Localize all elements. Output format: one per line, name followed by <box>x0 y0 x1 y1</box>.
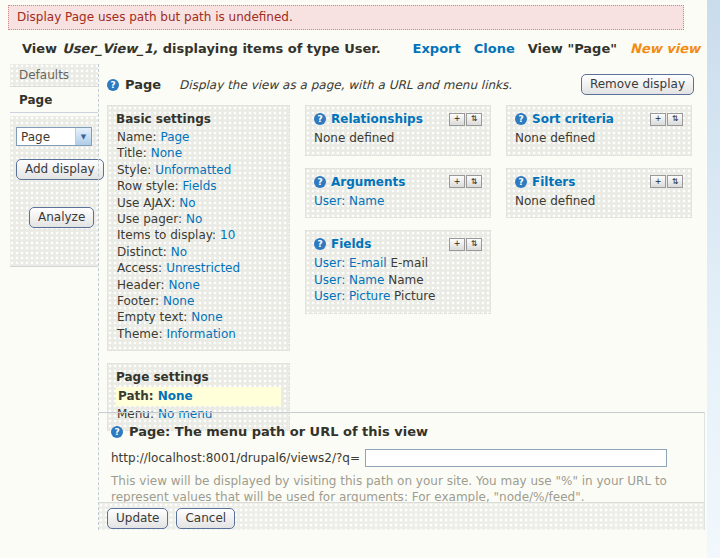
setting-label: Use AJAX: <box>117 196 175 210</box>
chevron-down-icon: ▼ <box>75 128 91 145</box>
setting-value-link[interactable]: None <box>158 389 193 403</box>
update-button[interactable]: Update <box>107 508 168 529</box>
sort-criteria-empty: None defined <box>515 130 683 147</box>
filters-header: ? Filters + ⇅ <box>515 175 683 189</box>
setting-value-link[interactable]: None <box>163 294 194 308</box>
relationships-title-link[interactable]: Relationships <box>331 112 423 126</box>
path-url-row: http://localhost:8001/drupal6/views2/?q= <box>111 449 692 467</box>
setting-row: Theme:Information <box>116 326 281 342</box>
filters-title-link[interactable]: Filters <box>532 175 575 189</box>
setting-value-link[interactable]: Information <box>166 327 235 341</box>
view-page-link[interactable]: View "Page" <box>528 41 617 56</box>
fields-list: User: E-mail E-mail User: Name Name User… <box>314 255 482 305</box>
setting-row: Row style:Fields <box>116 178 281 194</box>
page-edge-gradient <box>707 0 720 558</box>
add-icon-button[interactable]: + <box>650 113 666 126</box>
fields-box: ? Fields + ⇅ User: E-mail E-mail User: N… <box>305 230 491 314</box>
arguments-title-link[interactable]: Arguments <box>331 175 405 189</box>
remove-display-button[interactable]: Remove display <box>581 74 694 95</box>
setting-value-link[interactable]: Page <box>160 130 189 144</box>
setting-value-link[interactable]: None <box>191 310 222 324</box>
sort-criteria-header: ? Sort criteria + ⇅ <box>515 112 683 126</box>
setting-label: Footer: <box>117 294 159 308</box>
form-buttons-bar: Update Cancel <box>99 502 704 530</box>
page-settings-title: Page settings <box>116 370 281 384</box>
help-icon[interactable]: ? <box>515 176 527 188</box>
setting-row: Title:None <box>116 145 281 161</box>
rearrange-icon-button[interactable]: ⇅ <box>466 238 482 251</box>
field-link[interactable]: User: Picture <box>314 289 390 303</box>
rearrange-icon-button[interactable]: ⇅ <box>466 113 482 126</box>
setting-label: Items to display: <box>117 228 216 242</box>
setting-row: Use pager:No <box>116 211 281 227</box>
sort-criteria-title-link[interactable]: Sort criteria <box>532 112 614 126</box>
add-icon-button[interactable]: + <box>449 238 465 251</box>
add-icon-button[interactable]: + <box>449 175 465 188</box>
add-icon-button[interactable]: + <box>650 175 666 188</box>
cancel-button[interactable]: Cancel <box>176 508 235 529</box>
view-name: User_View_1, <box>62 41 158 56</box>
display-controls-panel: Page ▼ Add display Analyze <box>10 116 98 267</box>
setting-value-link[interactable]: No <box>179 196 195 210</box>
add-display-button[interactable]: Add display <box>16 159 104 180</box>
error-message: Display Page uses path but path is undef… <box>8 5 684 30</box>
basic-settings-list: Name:Page Title:None Style:Unformatted R… <box>116 129 281 342</box>
clone-link[interactable]: Clone <box>474 41 515 56</box>
filters-empty: None defined <box>515 193 683 210</box>
basic-settings-box: Basic settings Name:Page Title:None Styl… <box>107 105 290 351</box>
setting-label: Theme: <box>117 327 162 341</box>
analyze-button[interactable]: Analyze <box>29 207 94 228</box>
arguments-header: ? Arguments + ⇅ <box>314 175 482 189</box>
column-right: ? Sort criteria + ⇅ None defined ? Filte… <box>506 105 692 230</box>
new-view-link[interactable]: New view <box>630 41 700 56</box>
setting-label: Header: <box>117 278 165 292</box>
rearrange-icon-button[interactable]: ⇅ <box>667 113 683 126</box>
settings-columns: Basic settings Name:Page Title:None Styl… <box>99 100 704 443</box>
basic-settings-title: Basic settings <box>116 112 281 126</box>
setting-value-link[interactable]: Unrestricted <box>166 261 240 275</box>
setting-value-link[interactable]: No <box>186 212 202 226</box>
field-suffix: Picture <box>390 289 435 303</box>
help-icon[interactable]: ? <box>314 113 326 125</box>
rearrange-icon-button[interactable]: ⇅ <box>466 175 482 188</box>
tab-page[interactable]: Page <box>10 88 98 113</box>
sort-criteria-box: ? Sort criteria + ⇅ None defined <box>506 105 692 156</box>
display-type-select[interactable]: Page ▼ <box>16 127 92 146</box>
view-summary-text: ViewUser_View_1,displaying items of type… <box>22 41 381 56</box>
path-form-title: Page: The menu path or URL of this view <box>129 424 428 439</box>
setting-value-link[interactable]: Unformatted <box>155 163 231 177</box>
help-icon[interactable]: ? <box>111 426 123 438</box>
field-row: User: Name Name <box>314 272 482 289</box>
column-middle: ? Relationships + ⇅ None defined ? Argum… <box>305 105 491 326</box>
display-type-select-value: Page <box>21 130 50 144</box>
arguments-box: ? Arguments + ⇅ User: Name <box>305 168 491 219</box>
field-link[interactable]: User: Name <box>314 273 384 287</box>
fields-title-link[interactable]: Fields <box>331 237 371 251</box>
help-icon[interactable]: ? <box>314 176 326 188</box>
display-description: Display the view as a page, with a URL a… <box>179 78 512 92</box>
filters-box: ? Filters + ⇅ None defined <box>506 168 692 219</box>
field-suffix: E-mail <box>387 256 428 270</box>
tab-defaults[interactable]: Defaults <box>10 64 98 87</box>
setting-value-link[interactable]: 10 <box>220 228 235 242</box>
setting-label: Distinct: <box>117 245 167 259</box>
views-ui-panel: Defaults Page Page ▼ Add display Analyze… <box>10 64 704 530</box>
setting-label: Use pager: <box>117 212 182 226</box>
setting-value-link[interactable]: None <box>169 278 200 292</box>
path-input[interactable] <box>365 449 667 467</box>
export-link[interactable]: Export <box>413 41 461 56</box>
setting-value-link[interactable]: None <box>151 146 182 160</box>
argument-link[interactable]: User: Name <box>314 194 384 208</box>
add-icon-button[interactable]: + <box>449 113 465 126</box>
help-icon[interactable]: ? <box>107 79 119 91</box>
field-link[interactable]: User: E-mail <box>314 256 387 270</box>
setting-label: Path: <box>118 389 154 403</box>
setting-row: Style:Unformatted <box>116 162 281 178</box>
setting-value-link[interactable]: Fields <box>183 179 217 193</box>
setting-row: Name:Page <box>116 129 281 145</box>
help-icon[interactable]: ? <box>314 238 326 250</box>
help-icon[interactable]: ? <box>515 113 527 125</box>
rearrange-icon-button[interactable]: ⇅ <box>667 175 683 188</box>
display-header: ? Page Display the view as a page, with … <box>99 64 704 100</box>
setting-value-link[interactable]: No <box>171 245 187 259</box>
